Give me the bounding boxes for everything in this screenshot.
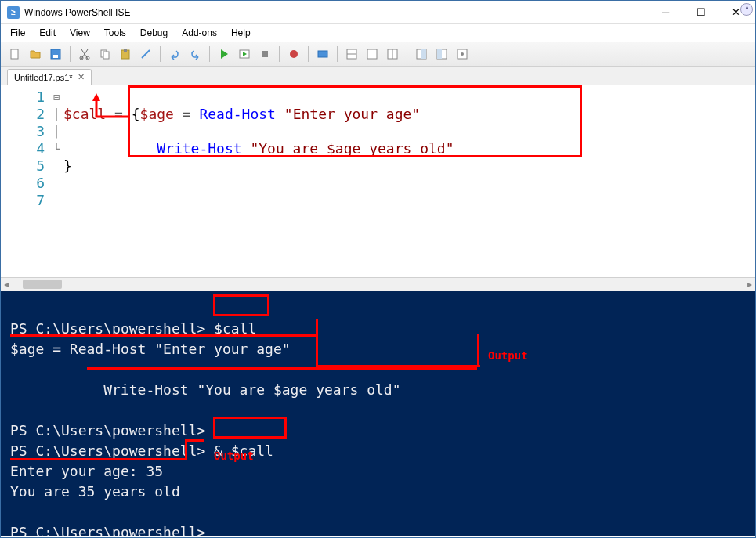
console-pane[interactable]: PS C:\Users\powershell> $call $age = Rea… <box>1 291 755 536</box>
toolbar-separator <box>407 46 407 62</box>
remote-icon[interactable] <box>313 45 332 63</box>
menu-view[interactable]: View <box>63 26 96 40</box>
show-command-icon[interactable] <box>432 45 451 63</box>
code-token <box>63 140 157 157</box>
annotation-line <box>87 367 477 370</box>
command-addon-icon[interactable] <box>412 45 431 63</box>
toolbar-separator <box>209 46 210 62</box>
toolbar-separator <box>337 46 338 62</box>
console-input: & $call <box>214 442 273 459</box>
stop-icon[interactable] <box>255 45 274 63</box>
svg-rect-8 <box>124 49 127 52</box>
line-number: 6 <box>1 175 45 192</box>
breakpoint-icon[interactable] <box>284 45 303 63</box>
redo-icon[interactable] <box>186 45 204 63</box>
toolbar-separator <box>70 46 71 62</box>
layout1-icon[interactable] <box>342 45 361 63</box>
options-icon[interactable] <box>453 45 472 63</box>
toolbar-separator <box>308 46 309 62</box>
svg-rect-0 <box>11 49 18 59</box>
editor-pane[interactable]: 1 2 3 4 5 6 7 ⊟ ││└ $call = {$age = Read… <box>1 85 755 277</box>
scroll-left-icon[interactable]: ◂ <box>1 279 12 290</box>
code-token: "You are $age years old" <box>250 140 454 157</box>
menu-file[interactable]: File <box>4 26 31 40</box>
menu-addons[interactable]: Add-ons <box>175 26 223 40</box>
run-icon[interactable] <box>215 45 233 63</box>
annotation-label-output: Output <box>488 345 528 366</box>
console-output: You are 35 years old <box>10 483 180 500</box>
toolbar-separator <box>279 46 280 62</box>
line-number: 7 <box>1 192 45 209</box>
menu-debug[interactable]: Debug <box>134 26 174 40</box>
tabbar: Untitled17.ps1* ✕ ˄ <box>1 67 755 85</box>
paste-icon[interactable] <box>116 45 135 63</box>
menu-edit[interactable]: Edit <box>33 26 62 40</box>
console-output: Write-Host "You are $age years old" <box>10 381 401 398</box>
console-output: $age = Read-Host "Enter your age" <box>10 341 291 357</box>
titlebar: ≥ Windows PowerShell ISE ─ ☐ ✕ <box>1 1 755 24</box>
open-icon[interactable] <box>26 45 45 63</box>
layout2-icon[interactable] <box>363 45 382 63</box>
annotation-line <box>316 365 480 367</box>
code-token: } <box>63 157 72 174</box>
code-token: Read-Host <box>199 106 276 122</box>
line-number: 1 <box>1 88 45 106</box>
annotation-box-invoke <box>213 417 287 439</box>
fold-column: ⊟ ││└ <box>49 85 63 277</box>
annotation-line <box>185 439 204 442</box>
collapse-pane-icon[interactable]: ˄ <box>740 3 753 16</box>
maximize-button[interactable]: ☐ <box>683 2 718 23</box>
svg-rect-19 <box>421 49 426 59</box>
copy-icon[interactable] <box>96 45 114 63</box>
menu-help[interactable]: Help <box>225 26 257 40</box>
code-token: Write-Host <box>157 140 241 157</box>
menu-tools[interactable]: Tools <box>98 26 132 40</box>
line-gutter: 1 2 3 4 5 6 7 <box>1 85 49 277</box>
window-controls: ─ ☐ ✕ <box>648 2 754 23</box>
minimize-button[interactable]: ─ <box>648 2 683 23</box>
svg-point-23 <box>461 52 464 56</box>
svg-point-11 <box>290 50 298 58</box>
code-token: "Enter your age" <box>284 106 420 122</box>
scroll-thumb[interactable] <box>23 280 62 289</box>
editor-hscrollbar[interactable]: ◂ ▸ <box>1 277 755 291</box>
code-token: { <box>132 106 140 122</box>
layout3-icon[interactable] <box>383 45 402 63</box>
fold-toggle-icon[interactable]: ⊟ <box>49 88 63 106</box>
svg-rect-10 <box>262 51 268 57</box>
svg-point-3 <box>80 56 83 60</box>
svg-point-4 <box>86 56 89 60</box>
code-token: = <box>174 106 200 122</box>
code-token: $age <box>140 106 174 122</box>
code-area[interactable]: $call = {$age = Read-Host "Enter your ag… <box>63 85 755 277</box>
code-token: = <box>106 106 132 122</box>
svg-rect-15 <box>367 49 377 59</box>
console-input: $call <box>214 320 256 337</box>
run-selection-icon[interactable] <box>235 45 254 63</box>
clear-icon[interactable] <box>136 45 155 63</box>
code-token <box>276 106 284 122</box>
code-token <box>242 140 251 157</box>
menubar: File Edit View Tools Debug Add-ons Help <box>1 24 755 42</box>
svg-rect-12 <box>318 51 327 57</box>
annotation-box-call <box>213 294 269 316</box>
toolbar <box>1 42 755 67</box>
console-prompt: PS C:\Users\powershell> <box>10 320 214 337</box>
tab-untitled17[interactable]: Untitled17.ps1* ✕ <box>7 69 92 85</box>
app-icon: ≥ <box>7 6 20 19</box>
new-icon[interactable] <box>5 45 24 63</box>
tab-label: Untitled17.ps1* <box>14 73 73 82</box>
code-token: $call <box>63 106 106 122</box>
cut-icon[interactable] <box>75 45 94 63</box>
line-number: 3 <box>1 123 45 140</box>
scroll-right-icon[interactable]: ▸ <box>744 279 755 290</box>
tab-close-icon[interactable]: ✕ <box>78 72 85 82</box>
save-icon[interactable] <box>46 45 65 63</box>
undo-icon[interactable] <box>165 45 184 63</box>
annotation-line <box>477 334 479 367</box>
console-prompt: PS C:\Users\powershell> <box>10 422 205 439</box>
svg-rect-21 <box>437 49 442 59</box>
annotation-line <box>316 319 318 367</box>
console-prompt: PS C:\Users\powershell> <box>10 524 205 536</box>
window-title: Windows PowerShell ISE <box>24 7 648 18</box>
